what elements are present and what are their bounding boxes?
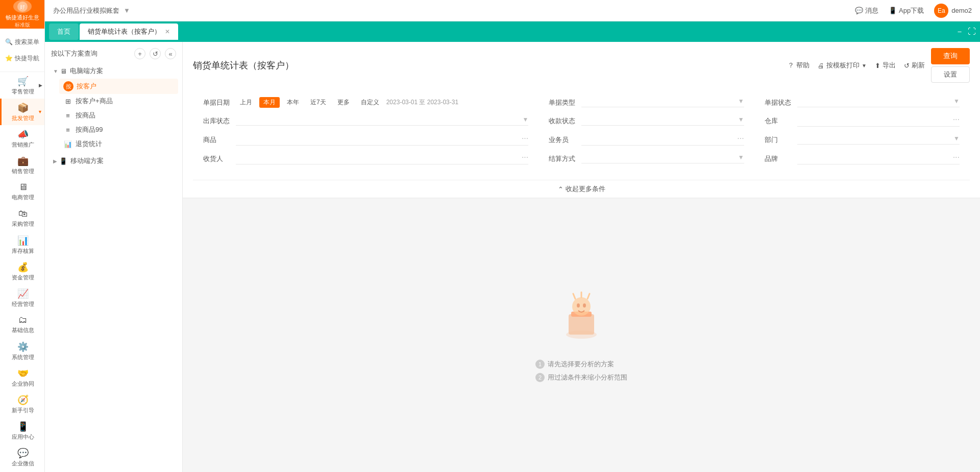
app-download-button[interactable]: 📱 App下载	[889, 6, 924, 15]
bill-type-control[interactable]: ▼	[581, 98, 744, 107]
scheme-by-goods[interactable]: ≡ 按商品	[59, 108, 178, 123]
ecommerce-icon: 🖥	[18, 182, 28, 193]
shortcut-nav-item[interactable]: ⭐ 快捷导航	[4, 50, 40, 66]
refresh-icon: ↺	[153, 50, 158, 58]
settlement-select[interactable]: ▼	[581, 154, 744, 161]
tab-close-icon[interactable]: ✕	[165, 28, 170, 35]
mobile-group-label: 移动端方案	[70, 156, 104, 166]
bill-status-select[interactable]: ▼	[797, 98, 960, 105]
sidebar-item-retail-label: 零售管理	[12, 88, 34, 96]
empty-tips: 1 请先选择要分析的方案 2 用过滤条件来缩小分析范围	[535, 358, 627, 384]
delivery-status-control[interactable]: ▼	[236, 116, 528, 126]
goods-input[interactable]	[236, 135, 520, 143]
avatar: Ea	[934, 4, 948, 18]
help-icon: ？	[788, 61, 794, 70]
date-more-btn[interactable]: 更多	[333, 97, 354, 108]
sidebar-item-guide[interactable]: 🧭 新手引导	[0, 391, 44, 417]
top-header: 办公用品行业模拟账套 ▼ 💬 消息 📱 App下载 Ea demo2	[45, 0, 980, 21]
by-goods99-icon: ≡	[63, 125, 72, 134]
sidebar-item-system[interactable]: ⚙️ 系统管理	[0, 338, 44, 364]
sidebar-item-apps[interactable]: 📱 应用中心	[0, 417, 44, 444]
message-button[interactable]: 💬 消息	[855, 6, 878, 15]
warehouse-control[interactable]: ···	[797, 115, 960, 127]
date-custom-btn[interactable]: 自定义	[357, 97, 383, 108]
scheme-by-customer[interactable]: 按 按客户	[59, 79, 178, 94]
settlement-chevron-icon: ▼	[738, 154, 744, 161]
date-filter-label: 单据日期	[203, 98, 232, 107]
scheme-returns[interactable]: 📊 退货统计	[59, 137, 178, 151]
goods-control[interactable]: ···	[236, 134, 528, 146]
warehouse-select[interactable]: ···	[797, 115, 960, 124]
tip-item-2: 2 用过滤条件来缩小分析范围	[535, 371, 627, 384]
date-filter-buttons: 上月 本月 本年 近7天 更多 自定义 2023-03-01 至 2023-03…	[236, 97, 458, 108]
template-print-button[interactable]: 🖨 按模板打印 ▼	[818, 61, 867, 70]
filter-area: 单据日期 上月 本月 本年 近7天 更多 自定义 2023-03-01 至 20…	[193, 89, 970, 180]
salesman-dots-icon[interactable]: ···	[737, 134, 744, 143]
warehouse-dots-icon[interactable]: ···	[953, 115, 960, 124]
query-button[interactable]: 查询	[931, 48, 970, 64]
sidebar-item-ecommerce[interactable]: 🖥 电商管理	[0, 178, 44, 205]
brand-dots-icon[interactable]: ···	[953, 153, 960, 162]
settlement-control[interactable]: ▼	[581, 154, 744, 163]
date-this-month-btn[interactable]: 本月	[259, 97, 280, 108]
settings-button[interactable]: 设置	[931, 66, 970, 83]
bill-type-select[interactable]: ▼	[581, 98, 744, 105]
desktop-group-item[interactable]: ▼ 🖥 电脑端方案	[49, 63, 178, 79]
scheme-by-goods99[interactable]: ≡ 按商品99	[59, 123, 178, 137]
sidebar-item-finance-label: 资金管理	[12, 274, 34, 281]
message-icon: 💬	[855, 7, 863, 14]
brand-control[interactable]: ···	[797, 153, 960, 164]
refresh-button[interactable]: ↺ 刷新	[904, 61, 925, 70]
help-button[interactable]: ？ 帮助	[788, 61, 810, 70]
date-this-year-btn[interactable]: 本年	[283, 97, 303, 108]
search-menu-item[interactable]: 🔍 搜索菜单	[4, 34, 40, 50]
tab-sales-stats[interactable]: 销货单统计表（按客户） ✕	[80, 23, 178, 40]
collapse-label: 收起更多条件	[566, 184, 605, 194]
user-menu-button[interactable]: Ea demo2	[934, 4, 972, 18]
shortcut-icon: ⭐	[5, 55, 13, 62]
export-button[interactable]: ⬆ 导出	[875, 61, 896, 70]
bill-status-control[interactable]: ▼	[797, 98, 960, 107]
page-title-row: 销货单统计表（按客户） ？ 帮助 🖨 按模板打印 ▼	[193, 48, 970, 83]
sidebar-item-inventory[interactable]: 📊 库存核算	[0, 231, 44, 258]
sidebar-item-wechat[interactable]: 💬 企业微信	[0, 444, 44, 470]
date-last-month-btn[interactable]: 上月	[236, 97, 256, 108]
receiver-control[interactable]: ···	[236, 153, 528, 164]
refresh-scheme-button[interactable]: ↺	[150, 48, 161, 59]
department-control[interactable]: ▼	[797, 135, 960, 145]
collection-status-select[interactable]: ▼	[581, 116, 744, 123]
sidebar-item-purchase[interactable]: 🛍 采购管理	[0, 205, 44, 231]
svg-rect-3	[569, 314, 594, 335]
brand-input[interactable]	[797, 154, 951, 161]
receiver-dots-icon[interactable]: ···	[522, 153, 528, 162]
sidebar-item-sales[interactable]: 💼 销售管理	[0, 152, 44, 178]
sidebar-item-retail[interactable]: 🛒 零售管理 ▶	[0, 72, 44, 99]
shortcut-nav-label: 快捷导航	[15, 54, 39, 63]
salesman-input[interactable]	[581, 135, 735, 143]
collapse-more-bar[interactable]: ⌃ 收起更多条件	[193, 180, 970, 198]
collapse-panel-button[interactable]: «	[165, 48, 176, 59]
tab-minimize-icon[interactable]: －	[955, 27, 964, 37]
sidebar-item-operation[interactable]: 📈 经营管理	[0, 285, 44, 311]
delivery-status-select[interactable]: ▼	[236, 116, 528, 123]
mobile-group-item[interactable]: ▶ 📱 移动端方案	[49, 153, 178, 169]
workspace-dropdown-icon[interactable]: ▼	[124, 7, 130, 14]
workspace-label: 办公用品行业模拟账套	[53, 6, 119, 15]
add-scheme-button[interactable]: +	[134, 48, 145, 59]
goods-dots-icon[interactable]: ···	[522, 134, 528, 143]
sidebar-item-collab[interactable]: 🤝 企业协同	[0, 364, 44, 391]
date-7days-btn[interactable]: 近7天	[306, 97, 330, 108]
tab-home[interactable]: 首页	[49, 23, 79, 40]
salesman-control[interactable]: ···	[581, 134, 744, 146]
sidebar-nav: 🛒 零售管理 ▶ 📦 批发管理 ▼ 📣 营销推广 💼 销售管理 🖥 电商管理 🛍…	[0, 72, 44, 472]
scheme-customer-goods[interactable]: ⊞ 按客户+商品	[59, 94, 178, 108]
tab-maximize-icon[interactable]: ⛶	[968, 27, 976, 36]
sidebar-item-basic[interactable]: 🗂 基础信息	[0, 311, 44, 338]
department-select[interactable]: ▼	[797, 135, 960, 142]
department-filter-item: 部门 ▼	[765, 135, 960, 145]
receiver-input[interactable]	[236, 154, 520, 161]
collection-status-control[interactable]: ▼	[581, 116, 744, 126]
sidebar-item-finance[interactable]: 💰 资金管理	[0, 258, 44, 285]
sidebar-item-wholesale[interactable]: 📦 批发管理 ▼	[0, 99, 44, 125]
sidebar-item-marketing[interactable]: 📣 营销推广	[0, 125, 44, 152]
